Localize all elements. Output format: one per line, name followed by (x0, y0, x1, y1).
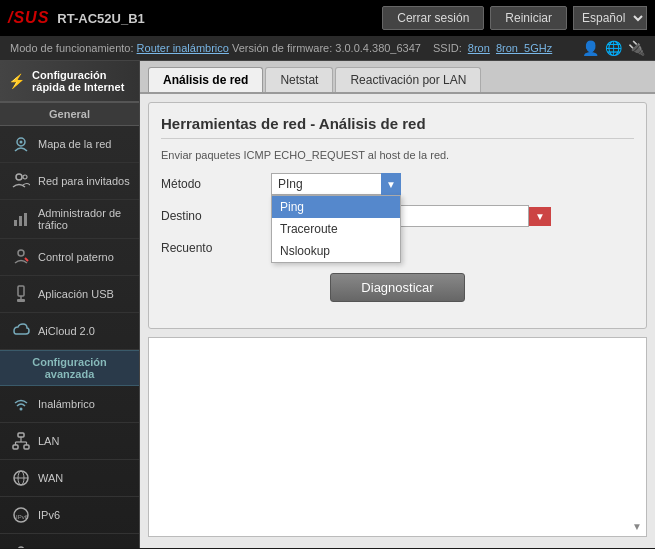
svg-point-7 (18, 250, 24, 256)
svg-rect-6 (24, 213, 27, 226)
sidebar-item-vpn[interactable]: VPN (0, 534, 139, 548)
svg-point-3 (23, 175, 27, 179)
sidebar-item-ipv6[interactable]: IPv6 IPv6 (0, 497, 139, 534)
tab-analisis[interactable]: Análisis de red (148, 67, 263, 92)
svg-point-12 (20, 408, 23, 411)
dest-clear-button[interactable]: ▼ (529, 207, 551, 226)
method-control: PIng ▼ Ping Traceroute Nslookup (271, 173, 634, 195)
svg-point-2 (16, 174, 22, 180)
panel-title: Herramientas de red - Análisis de red (161, 115, 634, 139)
aicloud-icon (10, 320, 32, 342)
method-row: Método PIng ▼ Ping Traceroute (161, 173, 634, 195)
sidebar-item-trafico[interactable]: Administrador de tráfico (0, 200, 139, 239)
inalambrico-label: Inalámbrico (38, 398, 95, 410)
mode-bar: Modo de funcionamiento: Router inalámbri… (0, 36, 655, 61)
tabs-bar: Análisis de red Netstat Reactivación por… (140, 61, 655, 94)
quick-setup-header[interactable]: ⚡ Configuración rápida de Internet (0, 61, 139, 102)
option-traceroute[interactable]: Traceroute (272, 218, 400, 240)
method-dropdown-menu: Ping Traceroute Nslookup (271, 195, 401, 263)
aicloud-label: AiCloud 2.0 (38, 325, 95, 337)
svg-rect-5 (19, 216, 22, 226)
mode-label: Modo de funcionamiento: (10, 42, 134, 54)
asus-logo: /SUS (8, 9, 49, 27)
sidebar-item-lan[interactable]: LAN (0, 423, 139, 460)
control-icon (10, 246, 32, 268)
ssid1-link[interactable]: 8ron (468, 42, 490, 54)
main-panel: Herramientas de red - Análisis de red En… (148, 102, 647, 329)
red-invitados-label: Red para invitados (38, 175, 130, 187)
vpn-icon (10, 541, 32, 548)
svg-rect-9 (18, 286, 24, 296)
sidebar-item-inalambrico[interactable]: Inalámbrico (0, 386, 139, 423)
reiniciar-button[interactable]: Reiniciar (490, 6, 567, 30)
language-select[interactable]: Español (573, 6, 647, 30)
svg-rect-15 (24, 445, 29, 449)
wan-icon (10, 467, 32, 489)
trafico-label: Administrador de tráfico (38, 207, 131, 231)
svg-line-8 (25, 258, 28, 261)
svg-point-1 (20, 141, 23, 144)
red-invitados-icon (10, 170, 32, 192)
cerrar-sesion-button[interactable]: Cerrar sesión (382, 6, 484, 30)
svg-rect-14 (13, 445, 18, 449)
svg-rect-11 (17, 299, 25, 302)
mapa-icon (10, 133, 32, 155)
firmware-label: Versión de firmware: (232, 42, 332, 54)
method-dropdown-arrow[interactable]: ▼ (381, 173, 401, 195)
network-icon: 🌐 (605, 40, 622, 56)
content-area: Análisis de red Netstat Reactivación por… (140, 61, 655, 548)
output-area (148, 337, 647, 537)
control-label: Control paterno (38, 251, 114, 263)
usb-label: Aplicación USB (38, 288, 114, 300)
method-dropdown-wrapper[interactable]: PIng ▼ Ping Traceroute Nslookup (271, 173, 401, 195)
ipv6-icon: IPv6 (10, 504, 32, 526)
mapa-label: Mapa de la red (38, 138, 111, 150)
firmware-version: 3.0.0.4.380_6347 (335, 42, 421, 54)
main-layout: ⚡ Configuración rápida de Internet Gener… (0, 61, 655, 548)
dest-label: Destino (161, 209, 271, 223)
sidebar-item-control[interactable]: Control paterno (0, 239, 139, 276)
sidebar-item-aicloud[interactable]: AiCloud 2.0 (0, 313, 139, 350)
method-label: Método (161, 177, 271, 191)
option-ping[interactable]: Ping (272, 196, 400, 218)
general-section-label: General (0, 102, 139, 126)
method-selected-value: PIng (278, 177, 303, 191)
svg-text:IPv6: IPv6 (16, 514, 29, 520)
sidebar: ⚡ Configuración rápida de Internet Gener… (0, 61, 140, 548)
router-model: RT-AC52U_B1 (57, 11, 376, 26)
tab-netstat[interactable]: Netstat (265, 67, 333, 92)
wan-label: WAN (38, 472, 63, 484)
usb-icon2 (10, 283, 32, 305)
advanced-section-label: Configuración avanzada (0, 350, 139, 386)
trafico-icon (10, 208, 32, 230)
top-icons: 👤 🌐 🔌 (582, 40, 645, 56)
option-nslookup[interactable]: Nslookup (272, 240, 400, 262)
inalambrico-icon (10, 393, 32, 415)
count-label: Recuento (161, 241, 271, 255)
svg-rect-13 (18, 433, 24, 437)
usb-icon: 🔌 (628, 40, 645, 56)
sidebar-item-wan[interactable]: WAN (0, 460, 139, 497)
ipv6-label: IPv6 (38, 509, 60, 521)
mode-link[interactable]: Router inalámbrico (137, 42, 229, 54)
vpn-label: VPN (38, 546, 61, 548)
sidebar-item-usb[interactable]: Aplicación USB (0, 276, 139, 313)
panel-desc: Enviar paquetes ICMP ECHO_REQUEST al hos… (161, 149, 634, 161)
sidebar-item-mapa[interactable]: Mapa de la red (0, 126, 139, 163)
tab-reactivacion[interactable]: Reactivación por LAN (335, 67, 481, 92)
top-bar: /SUS RT-AC52U_B1 Cerrar sesión Reiniciar… (0, 0, 655, 36)
sidebar-item-red-invitados[interactable]: Red para invitados (0, 163, 139, 200)
lan-label: LAN (38, 435, 59, 447)
method-dropdown-display[interactable]: PIng ▼ (271, 173, 401, 195)
ssid-label: SSID: 8ron 8ron_5GHz (433, 42, 552, 54)
diagnosticar-button[interactable]: Diagnosticar (330, 273, 464, 302)
quick-setup-label: Configuración rápida de Internet (32, 69, 129, 93)
ssid2-link[interactable]: 8ron_5GHz (496, 42, 552, 54)
svg-rect-4 (14, 220, 17, 226)
quick-setup-icon: ⚡ (8, 73, 25, 89)
lan-icon (10, 430, 32, 452)
user-icon: 👤 (582, 40, 599, 56)
